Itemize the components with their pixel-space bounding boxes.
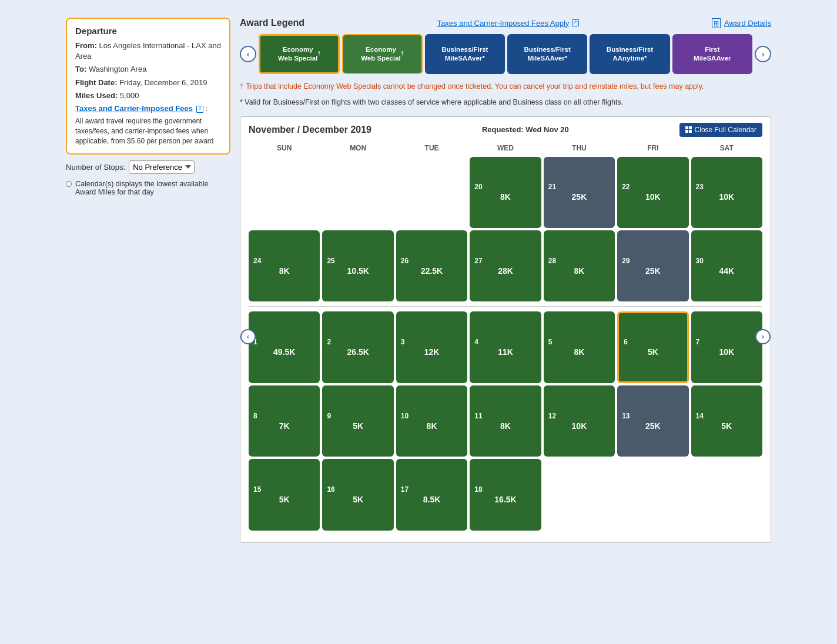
flight-date-row: Flight Date: Friday, December 6, 2019: [75, 78, 221, 88]
calendar-day-cell[interactable]: 108K: [396, 385, 467, 457]
to-value: Washington Area: [89, 65, 147, 73]
calendar-cell-miles: 8K: [574, 347, 584, 357]
calendar-day-cell[interactable]: 2125K: [544, 157, 615, 228]
calendar-cell-date: 4: [474, 338, 478, 346]
calendar-cell-date: 28: [548, 257, 556, 265]
award-legend-header: Award Legend Taxes and Carrier-Imposed F…: [240, 18, 771, 28]
award-type-economy-ws-1-button[interactable]: EconomyWeb Special†: [259, 34, 340, 74]
day-header-wed: WED: [470, 143, 541, 153]
black-note: * Valid for Business/First on flights wi…: [240, 97, 771, 108]
calendar-cell-miles: 10K: [572, 421, 587, 431]
calendar-day-cell[interactable]: 248K: [249, 230, 320, 301]
calendar-day-cell[interactable]: 2622.5K: [396, 230, 467, 301]
taxes-external-icon: [572, 19, 579, 26]
calendar-day-cell[interactable]: 155K: [249, 459, 320, 530]
calendar-day-cell[interactable]: 118K: [470, 385, 541, 457]
calendar-day-cell[interactable]: 2925K: [617, 230, 688, 301]
award-type-business-miles-saver-button[interactable]: Business/FirstMileSAAver*: [507, 34, 587, 74]
calendar-day-cell[interactable]: 165K: [322, 459, 393, 530]
calendar-body: 208K2125K2210K2310K248K2510.5K2622.5K272…: [249, 157, 762, 531]
calendar-day-cell[interactable]: 58K: [544, 311, 615, 383]
from-row: From: Los Angeles International - LAX an…: [75, 41, 221, 62]
calendar-day-cell[interactable]: 226.5K: [322, 311, 393, 383]
award-type-economy-ws-2-button[interactable]: EconomyWeb Special†: [342, 34, 422, 74]
calendar-cell-date: 17: [401, 485, 409, 494]
calendar-week-4: 155K165K178.5K1816.5K: [249, 459, 762, 530]
calendar-day-cell[interactable]: 1210K: [544, 385, 615, 457]
month-separator: [249, 306, 762, 307]
award-nav-left-button[interactable]: ‹: [240, 46, 256, 62]
calendar-cell-date: 25: [327, 257, 334, 265]
calendar-day-cell[interactable]: 65K: [617, 311, 688, 383]
calendar-day-cell[interactable]: 710K: [691, 311, 762, 383]
day-header-tue: TUE: [396, 143, 467, 153]
award-type-business-saver-button[interactable]: Business/FirstMileSAAver*: [425, 34, 505, 74]
calendar-cell-miles: 16.5K: [494, 495, 516, 504]
taxes-link[interactable]: Taxes and Carrier-Imposed Fees Apply: [437, 19, 580, 28]
award-type-first-miles-saver-button[interactable]: FirstMileSAAver: [672, 34, 752, 74]
flight-date-value: Friday, December 6, 2019: [119, 78, 207, 87]
calendar-cell-miles: 5K: [279, 495, 290, 504]
calendar-day-cell: [396, 157, 467, 228]
close-calendar-button[interactable]: Close Full Calendar: [679, 123, 762, 137]
calendar-cell-date: 30: [696, 257, 704, 265]
calendar-day-cell[interactable]: 2728K: [470, 230, 541, 301]
calendar-day-cell[interactable]: 2210K: [617, 157, 688, 228]
calendar-cell-miles: 22.5K: [421, 266, 443, 276]
stops-select[interactable]: No Preference Nonstop 1 Stop 2+ Stops: [129, 160, 195, 174]
flight-date-label: Flight Date:: [75, 78, 118, 87]
departure-box: Departure From: Los Angeles Internationa…: [66, 18, 230, 155]
award-nav-right-button[interactable]: ›: [755, 46, 771, 62]
calendar-cell-miles: 5K: [721, 421, 732, 431]
award-details-link[interactable]: ⊞ Award Details: [712, 18, 771, 28]
grid-icon: [685, 126, 692, 133]
calendar-day-cell[interactable]: 3044K: [691, 230, 762, 301]
calendar-cell-miles: 10K: [719, 192, 734, 202]
calendar-cell-miles: 25K: [645, 266, 661, 276]
calendar-cell-date: 3: [401, 338, 405, 346]
calendar-cell-date: 7: [696, 338, 700, 346]
calendar-day-cell[interactable]: 1325K: [617, 385, 688, 457]
calendar-week-3: 87K95K108K118K1210K1325K145K: [249, 385, 762, 457]
miles-used-row: Miles Used: 5,000: [75, 90, 221, 101]
calendar-cell-miles: 25K: [572, 192, 587, 202]
day-header-sat: SAT: [691, 143, 762, 153]
calendar-day-cell[interactable]: 2310K: [691, 157, 762, 228]
calendar-day-cell[interactable]: 1816.5K: [470, 459, 541, 530]
calendar-note-text: Calendar(s) displays the lowest availabl…: [75, 180, 230, 196]
calendar-day-cell[interactable]: 288K: [544, 230, 615, 301]
calendar-day-cell[interactable]: 87K: [249, 385, 320, 457]
orange-note: † Trips that include Economy Web Special…: [240, 81, 771, 92]
calendar-day-cell: [249, 157, 320, 228]
calendar-cell-miles: 5K: [648, 347, 658, 357]
calendar-cell-miles: 8K: [500, 421, 511, 431]
calendar-cell-miles: 8K: [279, 266, 290, 276]
calendar-day-cell[interactable]: 178.5K: [396, 459, 467, 530]
external-link-icon: [196, 106, 203, 113]
calendar-day-cell[interactable]: 411K: [470, 311, 541, 383]
calendar-day-headers: SUN MON TUE WED THU FRI SAT: [249, 143, 762, 153]
calendar-cell-miles: 11K: [498, 347, 513, 357]
calendar-day-cell[interactable]: 145K: [691, 385, 762, 457]
radio-dot-icon: [66, 181, 72, 187]
calendar-day-cell[interactable]: 208K: [470, 157, 541, 228]
award-type-business-anytime-button[interactable]: Business/FirstAAnytime*: [590, 34, 669, 74]
calendar-day-cell[interactable]: 2510.5K: [322, 230, 393, 301]
calendar-cell-miles: 8.5K: [423, 495, 441, 504]
calendar-cell-miles: 25K: [645, 421, 661, 431]
calendar-cell-date: 12: [548, 412, 556, 420]
calendar-day-cell[interactable]: 312K: [396, 311, 467, 383]
left-panel: Departure From: Los Angeles Internationa…: [66, 18, 230, 543]
award-types-row: EconomyWeb Special† EconomyWeb Special† …: [259, 34, 752, 74]
calendar-day-cell[interactable]: 95K: [322, 385, 393, 457]
calendar-next-button[interactable]: ›: [755, 329, 771, 344]
calendar-prev-button[interactable]: ‹: [240, 329, 256, 344]
from-value: Los Angeles International - LAX and Area: [75, 41, 221, 61]
calendar-cell-miles: 8K: [427, 421, 437, 431]
day-header-fri: FRI: [617, 143, 688, 153]
calendar-cell-miles: 8K: [500, 192, 511, 202]
stops-row: Number of Stops: No Preference Nonstop 1…: [66, 160, 230, 174]
calendar-day-cell[interactable]: 149.5K: [249, 311, 320, 383]
fees-link[interactable]: Taxes and Carrier-Imposed Fees: [75, 104, 193, 113]
stops-label: Number of Stops:: [66, 163, 125, 172]
